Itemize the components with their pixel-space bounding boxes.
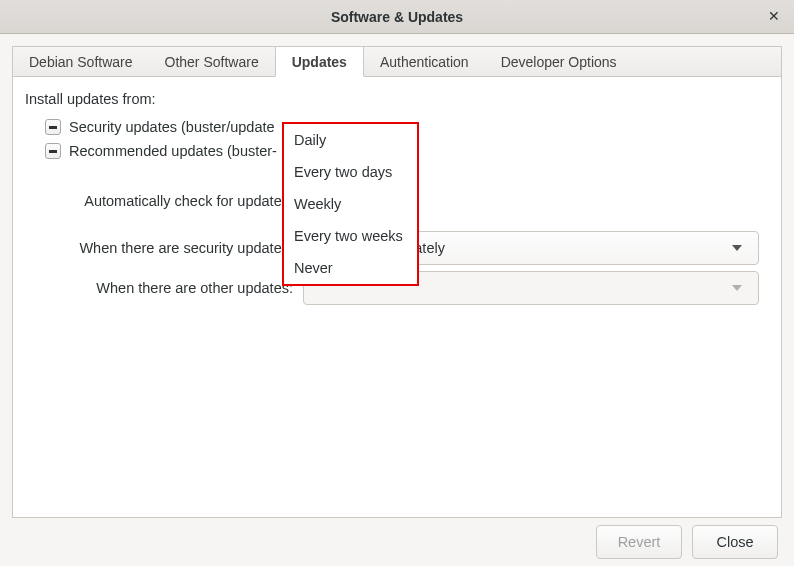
tab-authentication[interactable]: Authentication	[364, 47, 485, 76]
security-action-label: When there are security updates:	[25, 240, 303, 256]
auto-check-label: Automatically check for updates:	[25, 193, 303, 209]
checkbox-security-updates[interactable]	[45, 119, 61, 135]
dropdown-item-never[interactable]: Never	[284, 252, 417, 284]
tab-frame: Debian Software Other Software Updates A…	[12, 46, 782, 518]
dropdown-item-daily[interactable]: Daily	[284, 124, 417, 156]
tab-debian-software[interactable]: Debian Software	[13, 47, 149, 76]
tab-bar: Debian Software Other Software Updates A…	[13, 47, 781, 77]
tab-updates[interactable]: Updates	[275, 47, 364, 77]
outer-container: Debian Software Other Software Updates A…	[0, 34, 794, 530]
chevron-down-icon	[732, 285, 742, 291]
dropdown-auto-check: Daily Every two days Weekly Every two we…	[282, 122, 419, 286]
window-title: Software & Updates	[331, 9, 463, 25]
dropdown-item-every-two-days[interactable]: Every two days	[284, 156, 417, 188]
install-from-label: Install updates from:	[25, 91, 769, 107]
tab-other-software[interactable]: Other Software	[149, 47, 275, 76]
dash-icon	[49, 126, 57, 129]
recommended-updates-label: Recommended updates (buster-	[69, 143, 277, 159]
close-icon[interactable]: ✕	[764, 6, 784, 26]
security-updates-label: Security updates (buster/update	[69, 119, 275, 135]
tab-developer-options[interactable]: Developer Options	[485, 47, 633, 76]
dropdown-item-weekly[interactable]: Weekly	[284, 188, 417, 220]
dropdown-item-every-two-weeks[interactable]: Every two weeks	[284, 220, 417, 252]
titlebar: Software & Updates ✕	[0, 0, 794, 34]
chevron-down-icon	[732, 245, 742, 251]
dialog-footer: Revert Close	[12, 518, 782, 566]
close-button[interactable]: Close	[692, 525, 778, 559]
dash-icon	[49, 150, 57, 153]
checkbox-recommended-updates[interactable]	[45, 143, 61, 159]
other-action-label: When there are other updates:	[25, 280, 303, 296]
revert-button: Revert	[596, 525, 682, 559]
